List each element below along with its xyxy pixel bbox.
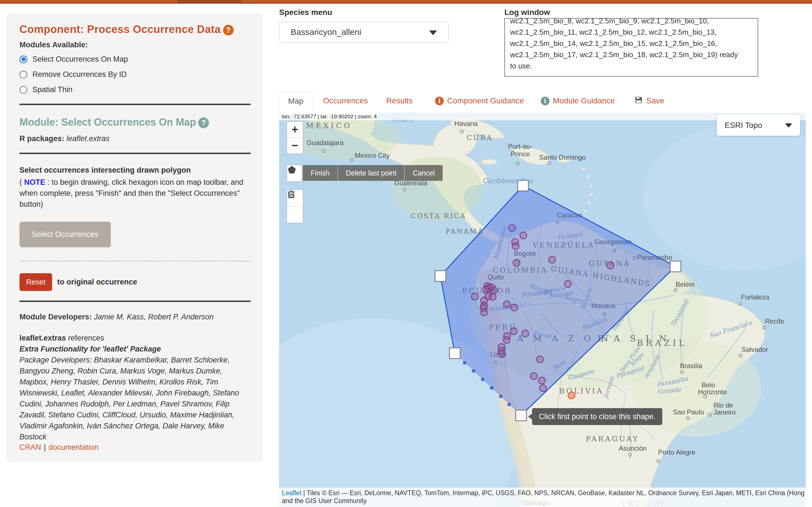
radio-select-occurrences-on-map[interactable]: Select Occurrences On Map	[19, 55, 251, 64]
module-radio-group: Select Occurrences On Map Remove Occurre…	[19, 55, 251, 94]
basemap-selector[interactable]: ESRI Topo	[717, 115, 800, 136]
references-body: Package Developers: Bhaskar Karambelkar,…	[19, 356, 239, 441]
svg-text:Belém: Belém	[675, 281, 695, 288]
draw-polygon-button[interactable]	[287, 165, 302, 182]
radio-unselected-icon[interactable]	[19, 71, 28, 78]
component-help-icon[interactable]: ?	[223, 25, 234, 36]
svg-text:Guadalajara: Guadalajara	[307, 139, 344, 147]
svg-text:Horizonte: Horizonte	[698, 388, 727, 396]
leaflet-link[interactable]: Leaflet	[282, 489, 301, 497]
tab-map[interactable]: Map	[279, 92, 312, 110]
leaflet-map[interactable]: MÉXICOGulf ofMexicoGuadalajaraMexico Cit…	[279, 113, 806, 507]
svg-text:Janeiro: Janeiro	[714, 408, 736, 416]
radio-spatial-thin[interactable]: Spatial Thin	[19, 86, 251, 94]
finish-button[interactable]: Finish	[303, 165, 338, 181]
radio-selected-icon[interactable]	[19, 55, 28, 63]
right-margin	[806, 113, 812, 507]
r-packages: R packages: leaflet.extras	[19, 134, 251, 143]
svg-text:Belo: Belo	[702, 381, 715, 389]
svg-text:Havana: Havana	[455, 120, 478, 127]
svg-text:Brasilia: Brasilia	[680, 362, 702, 370]
tab-save[interactable]: Save	[635, 92, 664, 110]
trash-icon	[287, 190, 296, 199]
svg-text:BRAZIL: BRAZIL	[637, 338, 688, 348]
reference-links: CRAN|documentation	[19, 443, 251, 452]
chevron-down-icon	[429, 31, 437, 35]
log-window-text: wc2.1_2.5m_bio_8, wc2.1_2.5m_bio_9, wc2.…	[510, 18, 753, 71]
tab-bar: Map Occurrences Results i Component Guid…	[279, 92, 806, 110]
top-navbar	[0, 0, 812, 4]
cran-link[interactable]: CRAN	[19, 443, 41, 452]
select-occurrences-button[interactable]: Select Occurrences	[19, 222, 111, 247]
land-jamaica	[481, 159, 497, 165]
svg-text:Recife: Recife	[765, 318, 784, 325]
divider	[19, 104, 251, 105]
note-label: NOTE	[24, 178, 45, 186]
module-help-icon[interactable]: ?	[198, 117, 209, 128]
component-panel: Component: Process Occurrence Data? Modu…	[7, 13, 262, 461]
draw-tooltip: Click first point to close this shape.	[532, 408, 662, 425]
tab-component-guidance[interactable]: i Component Guidance	[435, 92, 524, 110]
svg-text:Santo Domingo: Santo Domingo	[539, 154, 586, 161]
zoom-out-button[interactable]: −	[287, 138, 303, 154]
svg-text:Salvador: Salvador	[742, 346, 768, 353]
divider	[19, 300, 251, 302]
radio-unselected-icon[interactable]	[19, 86, 28, 94]
tab-module-guidance[interactable]: i Module Guidance	[541, 92, 615, 110]
log-window[interactable]: wc2.1_2.5m_bio_8, wc2.1_2.5m_bio_9, wc2.…	[504, 18, 758, 76]
reset-suffix-label: to original occurrence	[57, 278, 137, 286]
species-menu-label: Species menu	[279, 8, 332, 17]
documentation-link[interactable]: documentation	[49, 443, 99, 452]
info-icon: i	[541, 97, 550, 105]
modules-available-label: Modules Available:	[19, 41, 251, 49]
module-developers: Module Developers: Jamie M. Kass, Robert…	[19, 313, 251, 321]
species-menu-value: Bassaricyon_alleni	[291, 27, 361, 37]
zoom-control: + −	[287, 121, 303, 154]
svg-text:Prince: Prince	[511, 150, 530, 158]
svg-text:Fortaleza: Fortaleza	[741, 293, 769, 301]
references-title: Extra Functionality for 'leaflet' Packag…	[19, 345, 161, 353]
pentagon-icon	[287, 165, 297, 175]
info-icon: i	[435, 97, 444, 105]
cancel-button[interactable]: Cancel	[404, 165, 443, 181]
instruction-heading: Select occurrences intersecting drawn po…	[19, 166, 251, 175]
reset-button[interactable]: Reset	[19, 273, 52, 291]
divider	[19, 153, 251, 154]
radio-remove-occurrences-by-id[interactable]: Remove Occurrences By ID	[19, 70, 251, 79]
save-icon	[635, 96, 643, 106]
component-title: Component: Process Occurrence Data?	[19, 23, 251, 36]
svg-text:Mexico City: Mexico City	[355, 152, 390, 159]
references-package: leaflet.extras	[19, 334, 66, 342]
svg-text:Porto Alegre: Porto Alegre	[658, 448, 695, 456]
instruction-paragraph: ( NOTE : to begin drawing, click hexagon…	[19, 177, 248, 210]
edit-tools	[287, 189, 303, 223]
svg-text:COSTA RICA: COSTA RICA	[410, 212, 466, 220]
module-title: Module: Select Occurrences On Map?	[19, 116, 251, 128]
delete-layers-button[interactable]	[287, 207, 303, 223]
svg-text:Rio de: Rio de	[713, 401, 733, 409]
zoom-in-button[interactable]: +	[287, 122, 303, 138]
references-block: leaflet.extras references Extra Function…	[19, 333, 248, 443]
svg-text:Asunción: Asunción	[619, 445, 647, 452]
dashed-divider	[19, 261, 251, 262]
svg-text:Sao Paulo: Sao Paulo	[673, 408, 704, 416]
map-attribution: Leaflet | Tiles © Esri — Esri, DeLorme, …	[279, 488, 806, 507]
species-menu-select[interactable]: Bassaricyon_alleni	[279, 22, 449, 43]
draw-actions-toolbar: Finish Delete last point Cancel	[303, 165, 443, 181]
tab-results[interactable]: Results	[386, 92, 412, 110]
svg-text:PARAGUAY: PARAGUAY	[586, 435, 639, 443]
svg-text:CUBA: CUBA	[467, 134, 493, 142]
svg-text:Port-au-: Port-au-	[508, 143, 532, 150]
svg-text:MÉXICO: MÉXICO	[306, 121, 352, 130]
log-window-label: Log window	[504, 8, 550, 17]
delete-last-point-button[interactable]: Delete last point	[338, 165, 404, 181]
svg-text:BOLIVIA: BOLIVIA	[559, 387, 604, 395]
navbar-active-segment	[177, 0, 242, 3]
chevron-down-icon	[785, 123, 792, 128]
tab-occurrences[interactable]: Occurrences	[323, 92, 368, 110]
reset-row: Reset to original occurrence	[19, 273, 251, 291]
